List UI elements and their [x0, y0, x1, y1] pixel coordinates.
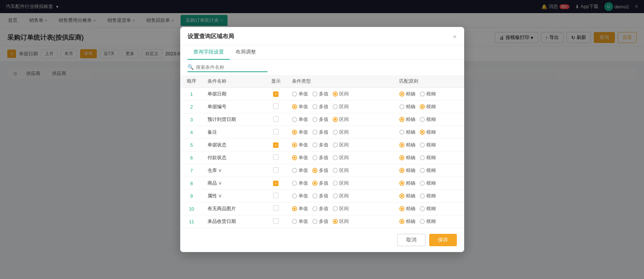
search-icon: 🔍 [187, 64, 194, 70]
radio-match-模糊[interactable]: 模糊 [420, 129, 436, 135]
radio-type-单值[interactable]: 单值 [292, 167, 308, 174]
row-order: 1 [180, 88, 203, 101]
row-match-group: 精确模糊 [395, 203, 464, 208]
modal-tab-fields[interactable]: 查询字段设置 [187, 45, 230, 60]
row-display-checkbox[interactable] [264, 139, 287, 152]
radio-match-模糊[interactable]: 模糊 [420, 91, 436, 97]
radio-match-精确[interactable]: 精确 [399, 116, 415, 123]
radio-type-区间[interactable]: 区间 [333, 180, 349, 186]
checkbox[interactable] [273, 193, 278, 198]
row-display-checkbox[interactable] [264, 101, 287, 113]
checkbox[interactable] [273, 205, 278, 207]
row-display-checkbox[interactable] [264, 164, 287, 177]
radio-type-区间[interactable]: 区间 [333, 193, 349, 199]
table-row: 10有无商品图片单值多值区间精确模糊 [180, 203, 464, 208]
row-match-group: 精确模糊 [395, 101, 464, 113]
radio-match-模糊[interactable]: 模糊 [420, 142, 436, 148]
row-display-checkbox[interactable] [264, 88, 287, 101]
row-name: 单据编号 [203, 101, 265, 113]
radio-match-精确[interactable]: 精确 [399, 205, 415, 207]
row-match-group: 精确模糊 [395, 139, 464, 152]
checkbox[interactable] [273, 129, 278, 134]
radio-match-模糊[interactable]: 模糊 [420, 193, 436, 199]
radio-type-多值[interactable]: 多值 [312, 180, 328, 186]
radio-type-多值[interactable]: 多值 [312, 167, 328, 174]
radio-type-多值[interactable]: 多值 [312, 116, 328, 123]
radio-type-区间[interactable]: 区间 [333, 91, 349, 97]
row-match-group: 精确模糊 [395, 88, 464, 101]
radio-type-单值[interactable]: 单值 [292, 116, 308, 123]
radio-type-单值[interactable]: 单值 [292, 193, 308, 199]
radio-match-模糊[interactable]: 模糊 [420, 116, 436, 123]
row-display-checkbox[interactable] [264, 152, 287, 164]
checkbox[interactable] [273, 142, 278, 148]
radio-match-精确[interactable]: 精确 [399, 129, 415, 135]
radio-type-单值[interactable]: 单值 [292, 91, 308, 97]
radio-type-区间[interactable]: 区间 [333, 103, 349, 110]
radio-type-多值[interactable]: 多值 [312, 103, 328, 110]
radio-match-精确[interactable]: 精确 [399, 142, 415, 148]
row-order: 5 [180, 139, 203, 152]
modal-close-button[interactable]: × [453, 34, 457, 40]
row-type-group: 单值多值区间 [288, 126, 395, 139]
radio-match-模糊[interactable]: 模糊 [420, 180, 436, 186]
radio-type-多值[interactable]: 多值 [312, 193, 328, 199]
row-display-checkbox[interactable] [264, 126, 287, 139]
radio-match-模糊[interactable]: 模糊 [420, 154, 436, 161]
radio-type-单值[interactable]: 单值 [292, 129, 308, 135]
search-box: 🔍 [187, 64, 268, 72]
modal-header: 设置查询区域布局 × [180, 27, 464, 45]
radio-type-多值[interactable]: 多值 [312, 205, 328, 207]
row-name: 备注 [203, 126, 265, 139]
radio-match-模糊[interactable]: 模糊 [420, 205, 436, 207]
radio-type-区间[interactable]: 区间 [333, 142, 349, 148]
radio-match-精确[interactable]: 精确 [399, 154, 415, 161]
search-input[interactable] [196, 64, 261, 70]
modal-search-area: 🔍 [180, 60, 464, 75]
radio-type-单值[interactable]: 单值 [292, 205, 308, 207]
col-display: 显示 [264, 75, 287, 88]
checkbox[interactable] [273, 181, 278, 186]
row-name: 有无商品图片 [203, 203, 265, 208]
row-match-group: 精确模糊 [395, 126, 464, 139]
radio-type-单值[interactable]: 单值 [292, 180, 308, 186]
row-display-checkbox[interactable] [264, 113, 287, 126]
radio-match-模糊[interactable]: 模糊 [420, 103, 436, 110]
table-row: 8商品 ∨单值多值区间精确模糊 [180, 177, 464, 190]
checkbox[interactable] [273, 167, 278, 173]
checkbox[interactable] [273, 116, 278, 122]
radio-type-区间[interactable]: 区间 [333, 129, 349, 135]
radio-type-多值[interactable]: 多值 [312, 142, 328, 148]
row-display-checkbox[interactable] [264, 190, 287, 203]
radio-match-精确[interactable]: 精确 [399, 91, 415, 97]
radio-match-模糊[interactable]: 模糊 [420, 167, 436, 174]
radio-type-单值[interactable]: 单值 [292, 154, 308, 161]
checkbox[interactable] [273, 103, 278, 109]
checkbox[interactable] [273, 154, 278, 160]
radio-type-区间[interactable]: 区间 [333, 154, 349, 161]
radio-type-区间[interactable]: 区间 [333, 116, 349, 123]
table-header: 顺序 条件名称 显示 条件类型 匹配原则 [180, 75, 464, 88]
radio-type-区间[interactable]: 区间 [333, 205, 349, 207]
radio-match-精确[interactable]: 精确 [399, 167, 415, 174]
row-name: 商品 ∨ [203, 177, 265, 190]
row-match-group: 精确模糊 [395, 177, 464, 190]
radio-type-多值[interactable]: 多值 [312, 91, 328, 97]
row-order: 10 [180, 203, 203, 208]
radio-type-区间[interactable]: 区间 [333, 167, 349, 174]
modal-tab-layout[interactable]: 布局调整 [230, 45, 262, 60]
radio-match-精确[interactable]: 精确 [399, 193, 415, 199]
radio-match-精确[interactable]: 精确 [399, 180, 415, 186]
radio-type-多值[interactable]: 多值 [312, 129, 328, 135]
radio-type-单值[interactable]: 单值 [292, 103, 308, 110]
checkbox[interactable] [273, 91, 278, 97]
row-match-group: 精确模糊 [395, 190, 464, 203]
radio-match-精确[interactable]: 精确 [399, 103, 415, 110]
row-type-group: 单值多值区间 [288, 203, 395, 208]
row-display-checkbox[interactable] [264, 177, 287, 190]
radio-type-单值[interactable]: 单值 [292, 142, 308, 148]
table-row: 2单据编号单值多值区间精确模糊 [180, 101, 464, 113]
col-name: 条件名称 [203, 75, 265, 88]
radio-type-多值[interactable]: 多值 [312, 154, 328, 161]
row-display-checkbox[interactable] [264, 203, 287, 208]
